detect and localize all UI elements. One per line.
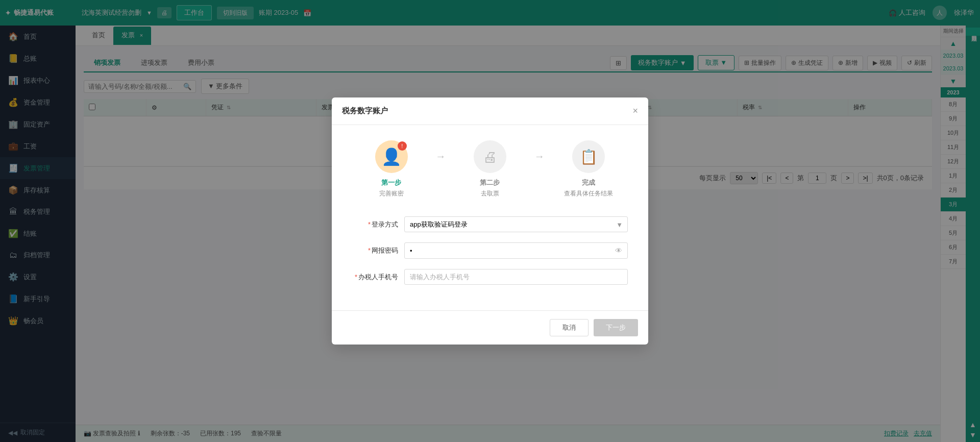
step-3-label: 完成 — [582, 178, 595, 187]
step-2-icon: 🖨 — [474, 140, 506, 173]
step-3-icon: 📋 — [572, 140, 605, 173]
step-arrow-2: → — [529, 140, 550, 162]
login-method-label: *登录方式 — [352, 220, 398, 229]
step-2-sublabel: 去取票 — [481, 189, 499, 198]
password-row: *网报密码 👁 — [352, 242, 628, 259]
steps-indicator: 👤 ! 第一步 完善账密 → 🖨 第二步 去取票 → — [352, 140, 628, 198]
login-method-select[interactable]: app获取验证码登录 账号密码登录 — [404, 216, 628, 232]
phone-input[interactable] — [410, 273, 622, 281]
modal-footer: 取消 下一步 — [332, 310, 648, 345]
phone-row: *办税人手机号 — [352, 269, 628, 285]
step-arrow-1: → — [430, 140, 451, 162]
password-input-wrapper: 👁 — [404, 242, 628, 259]
step-2-label: 第二步 — [480, 178, 500, 187]
step-1-label: 第一步 — [381, 178, 401, 187]
eye-icon[interactable]: 👁 — [615, 247, 622, 255]
step-3-sublabel: 查看具体任务结果 — [564, 189, 613, 198]
modal-title: 税务数字账户 — [342, 106, 388, 116]
modal-header: 税务数字账户 × — [332, 97, 648, 125]
step-2: 🖨 第二步 去取票 — [451, 140, 529, 198]
password-input[interactable] — [410, 247, 615, 255]
cancel-button[interactable]: 取消 — [550, 319, 589, 336]
phone-label: *办税人手机号 — [352, 273, 398, 282]
modal-overlay[interactable]: 税务数字账户 × 👤 ! 第一步 完善账密 → — [0, 0, 980, 442]
password-label: *网报密码 — [352, 246, 398, 255]
login-method-row: *登录方式 app获取验证码登录 账号密码登录 ▼ — [352, 216, 628, 232]
next-button[interactable]: 下一步 — [594, 319, 638, 336]
step-1-sublabel: 完善账密 — [379, 189, 404, 198]
step-1-badge: ! — [398, 141, 407, 151]
step-1: 👤 ! 第一步 完善账密 — [352, 140, 430, 198]
phone-input-wrapper — [404, 269, 628, 285]
modal-close-button[interactable]: × — [632, 106, 638, 116]
tax-account-modal: 税务数字账户 × 👤 ! 第一步 完善账密 → — [332, 97, 648, 345]
modal-body: 👤 ! 第一步 完善账密 → 🖨 第二步 去取票 → — [332, 125, 648, 310]
login-method-select-wrapper[interactable]: app获取验证码登录 账号密码登录 ▼ — [404, 216, 628, 232]
step-3: 📋 完成 查看具体任务结果 — [550, 140, 628, 198]
step-1-icon: 👤 ! — [375, 140, 408, 173]
